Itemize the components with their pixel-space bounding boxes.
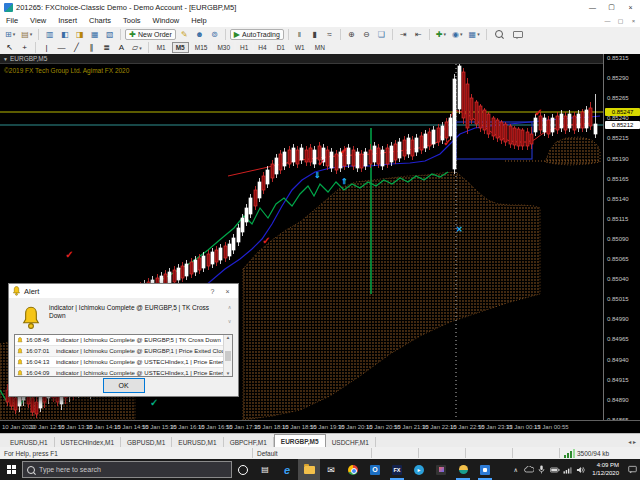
horizontal-line-tool-button[interactable]: — [55, 42, 68, 53]
scrollbar-down-icon[interactable]: ▼ [226, 371, 230, 376]
indicators-button[interactable]: ✚▾ [434, 29, 448, 40]
autotrading-button[interactable]: ▶AutoTrading [230, 29, 284, 40]
timeframe-m30-button[interactable]: M30 [213, 42, 234, 53]
zoom-in-button[interactable]: ⊕ [345, 29, 358, 40]
ok-button[interactable]: OK [103, 378, 145, 393]
trendline-tool-button[interactable]: ╱ [70, 42, 83, 53]
menu-insert[interactable]: Insert [52, 16, 83, 25]
timeframe-m15-button[interactable]: M15 [191, 42, 212, 53]
tray-expand-button[interactable]: ∧ [509, 459, 522, 480]
chart-close-button[interactable]: × [627, 18, 640, 24]
chart-shift-button[interactable]: ⇤ [412, 29, 425, 40]
fibonacci-tool-button[interactable]: ≣ [100, 42, 113, 53]
search-button[interactable] [491, 28, 508, 41]
cortana-button[interactable] [232, 459, 254, 480]
metaeditor-button[interactable]: ✎ [178, 29, 191, 40]
chart-minimize-button[interactable]: — [601, 18, 614, 24]
crosshair-button[interactable]: + [18, 42, 31, 53]
taskbar-clock[interactable]: 4:09 PM 1/12/2020 [592, 462, 619, 476]
zoom-out-button[interactable]: ⊖ [360, 29, 373, 40]
timeframe-w1-button[interactable]: W1 [291, 42, 309, 53]
tab-scroll-arrows[interactable]: ◂ ▸ [628, 438, 636, 445]
menu-file[interactable]: File [0, 16, 24, 25]
metatrader-button[interactable] [452, 459, 474, 480]
chrome-button[interactable] [342, 459, 364, 480]
list-scrollbar[interactable]: ▲ ▼ [223, 335, 232, 376]
taskbar-search-input[interactable]: Type here to search [22, 461, 232, 478]
microphone-button[interactable] [535, 459, 548, 480]
account-button[interactable]: ☻ [193, 29, 206, 40]
scrollbar-up-icon[interactable]: ▲ [226, 335, 230, 340]
chat-button[interactable] [510, 28, 527, 41]
tab-eurgbp-m5[interactable]: EURGBP,M5 [274, 434, 326, 448]
tile-windows-button[interactable]: ❏ [375, 29, 388, 40]
status-profile[interactable]: Default [252, 448, 371, 458]
volume-button[interactable] [574, 459, 587, 480]
start-button[interactable] [0, 459, 22, 480]
alert-history-list[interactable]: 16:08:46 indicator | Ichimoku Complete @… [14, 334, 233, 377]
menu-view[interactable]: View [24, 16, 52, 25]
period-grid-button[interactable]: ▦▾ [467, 29, 482, 40]
timeframe-h1-button[interactable]: H1 [236, 42, 252, 53]
navigator-button[interactable]: ◨ [73, 29, 86, 40]
blue-app-button[interactable] [474, 459, 496, 480]
minimize-button[interactable]: — [583, 0, 602, 14]
close-button[interactable]: × [621, 0, 640, 14]
bar-chart-type-button[interactable]: ‖ [293, 29, 306, 40]
chart-restore-button[interactable]: ▢ [614, 17, 627, 24]
photos-app-button[interactable] [430, 459, 452, 480]
timeframe-m5-button[interactable]: M5 [172, 42, 189, 53]
shapes-tool-button[interactable]: ▱▾ [130, 42, 144, 53]
community-button[interactable]: ⊚ [208, 29, 221, 40]
text-tool-button[interactable]: A [115, 42, 128, 53]
toolbox-button[interactable]: ▦ [88, 29, 101, 40]
scroll-up-icon[interactable]: ∧ [228, 304, 232, 310]
dialog-help-button[interactable]: ? [205, 285, 220, 297]
message-scroll-buttons[interactable]: ∧ ∨ [225, 304, 234, 324]
onedrive-button[interactable] [522, 459, 535, 480]
outlook-button[interactable]: O [364, 459, 386, 480]
menu-window[interactable]: Window [147, 16, 186, 25]
scrollbar-thumb[interactable] [225, 351, 231, 361]
new-chart-button[interactable]: ⊞▾ [3, 29, 17, 40]
menu-charts[interactable]: Charts [83, 16, 117, 25]
network-button[interactable] [561, 459, 574, 480]
dialog-close-button[interactable]: × [220, 285, 235, 297]
collapse-arrow-icon[interactable]: ▼ [3, 56, 8, 62]
restore-button[interactable]: ▢ [602, 0, 621, 14]
file-explorer-button[interactable] [298, 459, 320, 480]
timeframe-d1-button[interactable]: D1 [273, 42, 289, 53]
line-chart-type-button[interactable]: ≈ [323, 29, 336, 40]
alert-dialog-titlebar[interactable]: Alert ? × [9, 284, 238, 298]
profiles-button[interactable]: ▤▾ [19, 29, 34, 40]
data-window-button[interactable]: ◧ [58, 29, 71, 40]
menu-tools[interactable]: Tools [117, 16, 147, 25]
alert-row[interactable]: 16:07:01 indicator | Ichimoku Complete @… [15, 346, 232, 357]
alert-row[interactable]: 16:04:09 indicator | Ichimoku Complete @… [15, 368, 232, 377]
time-axis[interactable]: 10 Jan 202010 Jan 12:5510 Jan 13:3510 Ja… [0, 420, 640, 434]
vertical-line-tool-button[interactable]: | [40, 42, 53, 53]
auto-scroll-button[interactable]: ⇥ [397, 29, 410, 40]
candlestick-type-button[interactable]: ▮ [308, 29, 321, 40]
edge-button[interactable]: e [276, 459, 298, 480]
objects-button[interactable]: ◉▾ [450, 29, 465, 40]
price-axis[interactable]: 0.853150.852900.852650.852400.852150.851… [603, 54, 640, 420]
market-watch-button[interactable]: ▥ [43, 29, 56, 40]
fx-terminal-button[interactable]: FX [386, 459, 408, 480]
new-order-button[interactable]: ✚New Order [125, 29, 176, 40]
strategy-tester-button[interactable]: ▧ [103, 29, 116, 40]
action-center-button[interactable] [624, 459, 640, 480]
mail-button[interactable]: ✉ [320, 459, 342, 480]
chart-symbol-strip[interactable]: ▼EURGBP,M5 [0, 54, 603, 64]
task-view-button[interactable]: ▤ [254, 459, 276, 480]
alert-row[interactable]: 16:08:46 indicator | Ichimoku Complete @… [15, 335, 232, 346]
channel-tool-button[interactable]: ∥ [85, 42, 98, 53]
menu-help[interactable]: Help [185, 16, 212, 25]
scroll-down-icon[interactable]: ∨ [228, 318, 232, 324]
timeframe-h4-button[interactable]: H4 [254, 42, 270, 53]
cursor-button[interactable]: ↖ [3, 42, 16, 53]
telegram-button[interactable]: ▸ [408, 459, 430, 480]
battery-button[interactable] [548, 459, 561, 480]
alert-row[interactable]: 16:04:13 indicator | Ichimoku Complete @… [15, 357, 232, 368]
timeframe-mn-button[interactable]: MN [311, 42, 329, 53]
